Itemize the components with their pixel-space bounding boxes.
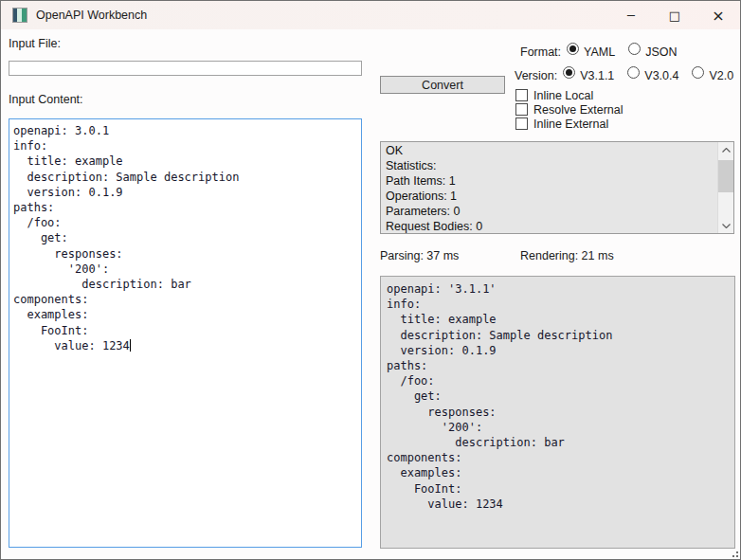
window-controls: ─ □ × <box>609 1 740 29</box>
app-window: OpenAPI Workbench ─ □ × Input File: Inpu… <box>0 0 741 560</box>
checkbox-row-inline-external[interactable]: Inline External <box>515 117 608 131</box>
status-scrollbar[interactable] <box>717 142 733 233</box>
close-button[interactable]: × <box>696 1 740 29</box>
radio-version-v20-label[interactable]: V2.0 <box>709 69 733 82</box>
titlebar[interactable]: OpenAPI Workbench ─ □ × <box>1 1 740 29</box>
checkbox-row-inline-local[interactable]: Inline Local <box>515 88 593 102</box>
status-line: OK <box>386 143 733 158</box>
version-row: Version: V3.1.1 V3.0.4 V2.0 <box>515 68 741 83</box>
resolve-external-label[interactable]: Resolve External <box>533 103 624 117</box>
window-title: OpenAPI Workbench <box>36 9 147 22</box>
checkbox-row-resolve-external[interactable]: Resolve External <box>515 102 624 117</box>
radio-format-json-label[interactable]: JSON <box>645 45 677 59</box>
resolve-external-checkbox[interactable] <box>515 103 528 116</box>
inline-external-label[interactable]: Inline External <box>533 117 608 131</box>
input-file-field[interactable] <box>9 61 362 76</box>
status-line: Request Bodies: 0 <box>386 219 733 234</box>
status-lines: OK Statistics: Path Items: 1 Operations:… <box>381 142 733 234</box>
format-row: Format: YAML JSON <box>520 45 691 60</box>
input-content-editor[interactable]: openapi: 3.0.1 info: title: example desc… <box>9 118 362 548</box>
version-label: Version: <box>515 69 557 82</box>
rendering-time-label: Rendering: 21 ms <box>520 249 614 262</box>
parsing-time-label: Parsing: 37 ms <box>380 249 459 262</box>
radio-version-v304[interactable] <box>627 66 640 79</box>
radio-format-json[interactable] <box>628 43 641 55</box>
convert-button[interactable]: Convert <box>380 76 505 94</box>
status-panel: OK Statistics: Path Items: 1 Operations:… <box>380 141 734 234</box>
minimize-button[interactable]: ─ <box>609 1 653 29</box>
radio-format-yaml-label[interactable]: YAML <box>584 45 615 59</box>
status-line: Parameters: 0 <box>386 204 733 219</box>
radio-format-yaml[interactable] <box>567 43 579 55</box>
output-content-view[interactable]: openapi: '3.1.1' info: title: example de… <box>380 276 735 549</box>
maximize-button[interactable]: □ <box>653 1 696 29</box>
inline-local-checkbox[interactable] <box>515 89 528 101</box>
scroll-down-icon[interactable] <box>718 218 734 233</box>
status-line: Operations: 1 <box>386 189 733 204</box>
format-label: Format: <box>520 45 561 59</box>
resize-grip-icon[interactable] <box>730 549 738 557</box>
inline-external-checkbox[interactable] <box>515 117 528 130</box>
radio-version-v20[interactable] <box>692 66 704 79</box>
scrollbar-thumb[interactable] <box>718 160 734 192</box>
status-line: Path Items: 1 <box>386 173 733 189</box>
inline-local-label[interactable]: Inline Local <box>533 89 593 102</box>
input-file-label: Input File: <box>9 37 61 50</box>
radio-version-v311[interactable] <box>563 66 575 79</box>
radio-version-v311-label[interactable]: V3.1.1 <box>580 69 614 82</box>
radio-version-v304-label[interactable]: V3.0.4 <box>644 69 678 82</box>
scroll-up-icon[interactable] <box>718 142 734 157</box>
status-line: Statistics: <box>386 158 733 173</box>
app-icon <box>12 8 27 23</box>
input-content-label: Input Content: <box>9 93 83 106</box>
